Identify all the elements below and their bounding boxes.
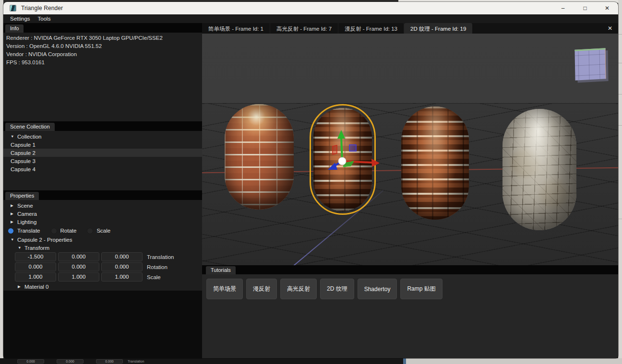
tab-tutorials[interactable]: Tutorials xyxy=(206,266,236,274)
radio-scale-label: Scale xyxy=(96,228,110,234)
tutorial-button-diffuse[interactable]: 漫反射 xyxy=(246,279,277,299)
tree-node-camera[interactable]: ▶ Camera xyxy=(3,210,202,218)
radio-scale[interactable] xyxy=(87,228,93,234)
chevron-right-icon[interactable]: ▶ xyxy=(18,284,24,289)
gizmo-z-arrowhead[interactable] xyxy=(328,163,337,170)
minimize-button[interactable]: – xyxy=(552,2,574,14)
window-title: Triangle Render xyxy=(21,5,63,12)
object-properties-label: Capsule 2 - Properties xyxy=(17,237,72,243)
scene-item-capsule-2[interactable]: Capsule 2 xyxy=(3,149,202,157)
viewport-tab-diffuse[interactable]: 漫反射 - Frame Id: 13 xyxy=(338,23,404,34)
scale-x-field[interactable]: 1.000 xyxy=(15,272,56,282)
tutorial-button-shadertoy[interactable]: Shadertoy xyxy=(358,279,397,299)
background-value-field: 0.000 xyxy=(57,359,84,364)
maximize-icon: □ xyxy=(583,5,586,12)
fps-info: FPS : 953.0161 xyxy=(6,59,198,67)
viewport-tabbar: 简单场景 - Frame Id: 1 高光反射 - Frame Id: 7 漫反… xyxy=(202,23,618,34)
tutorial-button-simple-scene[interactable]: 简单场景 xyxy=(206,279,243,299)
tab-info[interactable]: Info xyxy=(5,24,24,33)
rotation-y-field[interactable]: 0.000 xyxy=(58,262,99,271)
left-panel: Info Renderer : NVIDIA GeForce RTX 3050 … xyxy=(3,23,202,358)
divider xyxy=(618,63,622,63)
viewport-tab-specular[interactable]: 高光反射 - Frame Id: 7 xyxy=(270,23,338,34)
chevron-right-icon[interactable]: ▶ xyxy=(11,220,17,224)
group-label: Lighting xyxy=(17,219,36,225)
gizmo-y-arrowhead[interactable] xyxy=(337,130,345,139)
tree-node-material-0[interactable]: ▶ Material 0 xyxy=(3,282,202,291)
tree-node-scene[interactable]: ▶ Scene xyxy=(3,201,202,210)
scene-collection-section: ▼ Collection Capsule 1 Capsule 2 Capsule… xyxy=(3,131,202,190)
gizmo-mode-row: Translate Rotate Scale xyxy=(3,226,202,235)
renderer-info: Renderer : NVIDIA GeForce RTX 3050 Lapto… xyxy=(6,34,198,42)
tutorial-button-ramp-map[interactable]: Ramp 贴图 xyxy=(400,279,442,299)
transform-grid: -1.500 0.000 0.000 Translation 0.000 0.0… xyxy=(3,252,202,282)
rotation-label: Rotation xyxy=(147,264,167,270)
scene-item-capsule-1[interactable]: Capsule 1 xyxy=(3,141,202,149)
tree-node-capsule2-properties[interactable]: ▼ Capsule 2 - Properties xyxy=(3,235,202,244)
scale-row: 1.000 1.000 1.000 Scale xyxy=(15,272,202,282)
scale-y-field[interactable]: 1.000 xyxy=(58,272,99,282)
menubar: Settings Tools xyxy=(3,14,618,23)
gizmo-center-handle[interactable] xyxy=(338,157,346,165)
titlebar[interactable]: Triangle Render – □ ✕ xyxy=(3,2,618,14)
gizmo-plane-yz[interactable] xyxy=(333,145,337,154)
tutorial-button-specular[interactable]: 高光反射 xyxy=(280,279,317,299)
tutorial-button-2d-texture[interactable]: 2D 纹理 xyxy=(320,279,354,299)
chevron-down-icon[interactable]: ▼ xyxy=(11,134,17,139)
view-cube[interactable] xyxy=(574,48,606,80)
gizmo-x-arrow[interactable] xyxy=(342,161,372,163)
info-section: Renderer : NVIDIA GeForce RTX 3050 Lapto… xyxy=(3,33,202,121)
radio-translate[interactable] xyxy=(8,228,14,234)
capsule-4[interactable] xyxy=(502,109,576,230)
chevron-down-icon[interactable]: ▼ xyxy=(11,237,17,242)
translation-y-field[interactable]: 0.000 xyxy=(58,252,99,261)
scene-item-capsule-3[interactable]: Capsule 3 xyxy=(3,157,202,165)
tutorials-tabbar: Tutorials xyxy=(202,265,618,274)
rotation-z-field[interactable]: 0.000 xyxy=(101,262,143,271)
close-icon: ✕ xyxy=(605,5,610,12)
tab-scene-collection[interactable]: Scene Collection xyxy=(5,123,55,131)
tree-node-collection[interactable]: ▼ Collection xyxy=(3,132,202,141)
chevron-right-icon[interactable]: ▶ xyxy=(11,211,17,216)
capsule-3[interactable] xyxy=(401,106,469,220)
divider xyxy=(618,219,622,219)
close-icon[interactable]: ✕ xyxy=(608,25,612,32)
rotation-row: 0.000 0.000 0.000 Rotation xyxy=(15,262,202,271)
gizmo-plane-xy[interactable] xyxy=(349,145,356,151)
translate-gizmo[interactable] xyxy=(306,125,383,197)
menu-tools[interactable]: Tools xyxy=(34,16,55,22)
viewport-tab-simple-scene[interactable]: 简单场景 - Frame Id: 1 xyxy=(202,23,270,34)
viewport-3d[interactable] xyxy=(202,34,618,265)
gizmo-x-arrowhead[interactable] xyxy=(371,159,380,167)
scene-item-label: Capsule 3 xyxy=(11,158,36,164)
properties-tabbar: Properties xyxy=(3,190,202,200)
maximize-button[interactable]: □ xyxy=(574,2,596,14)
background-window-edge-right xyxy=(618,0,622,364)
tree-node-transform[interactable]: ▼ Transform xyxy=(3,244,202,252)
scene-collection-tabbar: Scene Collection xyxy=(3,121,202,131)
translation-label: Translation xyxy=(147,254,174,260)
translation-z-field[interactable]: 0.000 xyxy=(101,252,143,261)
tab-properties[interactable]: Properties xyxy=(5,192,39,200)
radio-rotate-label: Rotate xyxy=(60,228,77,234)
tree-node-lighting[interactable]: ▶ Lighting xyxy=(3,218,202,226)
scene-item-capsule-4[interactable]: Capsule 4 xyxy=(3,165,202,173)
close-button[interactable]: ✕ xyxy=(596,2,618,14)
viewport-tab-2d-texture[interactable]: 2D 纹理 - Frame Id: 19 xyxy=(404,23,472,34)
background-window-strip: 0.000 0.000 0.000 Translation xyxy=(0,358,622,364)
divider xyxy=(618,125,622,126)
scene-item-label: Capsule 2 xyxy=(11,150,36,156)
properties-section: ▶ Scene ▶ Camera ▶ Lighting Translate Ro… xyxy=(3,200,202,291)
scale-z-field[interactable]: 1.000 xyxy=(101,272,143,282)
chevron-down-icon[interactable]: ▼ xyxy=(18,246,24,250)
translation-x-field[interactable]: -1.500 xyxy=(15,252,56,261)
radio-rotate[interactable] xyxy=(51,228,57,234)
divider xyxy=(618,94,622,94)
capsule-1[interactable] xyxy=(225,104,294,210)
menu-settings[interactable]: Settings xyxy=(6,16,34,22)
divider xyxy=(618,34,622,35)
chevron-right-icon[interactable]: ▶ xyxy=(11,203,17,208)
background-value-field: 0.000 xyxy=(96,359,123,364)
rotation-x-field[interactable]: 0.000 xyxy=(15,262,56,271)
scale-label: Scale xyxy=(147,274,161,280)
